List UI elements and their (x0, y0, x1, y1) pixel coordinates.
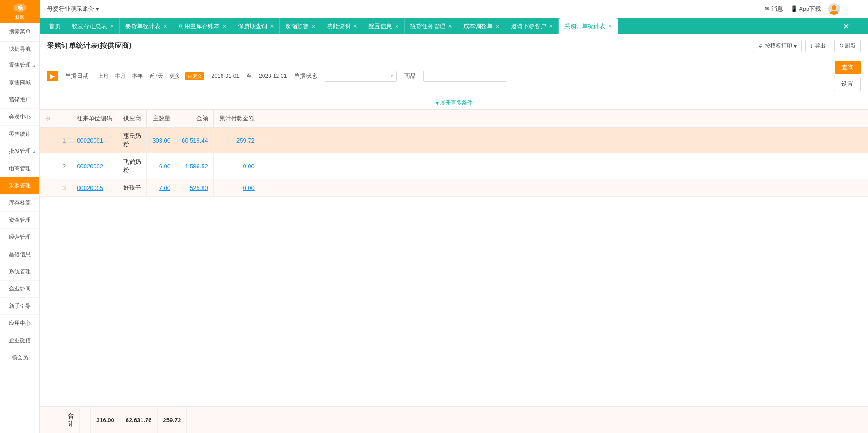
search-menu-button[interactable]: 搜索菜单 (9, 26, 31, 38)
close-icon[interactable]: ✕ (270, 24, 274, 29)
app-download-btn[interactable]: 📱 App下载 (790, 5, 821, 13)
export-button[interactable]: ↓ 导出 (805, 40, 830, 52)
filter-toggle-button[interactable]: ▶ (47, 71, 58, 81)
column-settings-icon[interactable]: ⚙ (45, 115, 51, 122)
unit-code-link[interactable]: 00020002 (77, 163, 103, 170)
tab-cost-adjust[interactable]: 成本调整单 ✕ (458, 18, 505, 34)
status-select[interactable] (325, 71, 397, 82)
tab-order-stats[interactable]: 要货单统计表 ✕ (120, 18, 173, 34)
col-extra (260, 110, 868, 128)
total-qty: 316.00 (96, 417, 114, 423)
dropdown-arrow: ▾ (96, 5, 99, 12)
amount-link[interactable]: 60,519.44 (182, 137, 208, 144)
message-btn[interactable]: ✉ 消息 (765, 5, 783, 13)
query-button[interactable]: 查询 (835, 61, 861, 74)
window-close-button[interactable]: ✕ (841, 22, 851, 31)
close-icon[interactable]: ✕ (110, 24, 114, 29)
col-supplier: 供应商 (118, 110, 147, 128)
sidebar-item-wholesale[interactable]: 批发管理 ▲ (0, 143, 39, 160)
unit-code-link[interactable]: 00020005 (77, 185, 103, 191)
sidebar-item-guide[interactable]: 新手引导 (0, 298, 39, 315)
tab-inventory-book[interactable]: 可用量库存账本 ✕ (173, 18, 232, 34)
tab-label: 采购订单统计表 (564, 22, 605, 30)
sidebar-item-finance[interactable]: 资金管理 (0, 212, 39, 229)
amount-link[interactable]: 1,586.52 (185, 163, 208, 170)
row-supplier-cell: 好孩子 (118, 179, 147, 197)
tab-collect-summary[interactable]: 收发存汇总表 ✕ (66, 18, 120, 34)
sidebar-nav: 零售管理 ▲ 零售商城 营销推广 会员中心 零售统计 批发管理 ▲ 电商管理 采… (0, 57, 39, 433)
sidebar-item-ecommerce[interactable]: 电商管理 (0, 160, 39, 177)
user-profile[interactable]: demo2 (828, 3, 861, 15)
main-area: 母婴行业演示账套 ▾ ✉ 消息 📱 App下载 demo2 (40, 0, 868, 433)
sidebar-item-appstore[interactable]: 应用中心 (0, 315, 39, 332)
tab-function-desc[interactable]: 功能说明 ✕ (321, 18, 363, 34)
settings-button[interactable]: 设置 (834, 77, 861, 91)
shortcut-last-month[interactable]: 上月 (96, 71, 110, 81)
print-button[interactable]: 🖨 按模板打印 ▾ (753, 40, 802, 52)
sidebar-item-marketing[interactable]: 营销推广 (0, 91, 39, 109)
tab-invite[interactable]: 邀请下游客户 ✕ (505, 18, 559, 34)
sidebar-item-retail-mall[interactable]: 零售商城 (0, 74, 39, 91)
sidebar-item-member[interactable]: 会员中心 (0, 109, 39, 126)
sidebar-item-retail-mgmt[interactable]: 零售管理 ▲ (0, 57, 39, 74)
qty-link[interactable]: 6.00 (159, 163, 170, 170)
tab-expiry[interactable]: 保质期查询 ✕ (232, 18, 280, 34)
sidebar-item-system[interactable]: 系统管理 (0, 263, 39, 281)
close-icon[interactable]: ✕ (311, 24, 316, 29)
paid-link[interactable]: 259.72 (236, 137, 255, 144)
qty-link[interactable]: 7.00 (159, 185, 170, 191)
sidebar-item-wechat[interactable]: 企业微信 (0, 332, 39, 349)
tab-overstock[interactable]: 超储预警 ✕ (280, 18, 321, 34)
tab-picking[interactable]: 拣货任务管理 ✕ (405, 18, 458, 34)
shortcut-more[interactable]: 更多 (168, 71, 182, 81)
unit-code-link[interactable]: 00020001 (77, 137, 103, 144)
qty-link[interactable]: 303.00 (152, 137, 170, 144)
sidebar-item-inventory[interactable]: 库存核算 (0, 195, 39, 212)
refresh-button[interactable]: ↻ 刷新 (834, 40, 861, 52)
tab-home[interactable]: 首页 (43, 18, 66, 34)
close-icon[interactable]: ✕ (608, 24, 612, 29)
close-icon[interactable]: ✕ (448, 24, 452, 29)
sidebar-item-retail-stats[interactable]: 零售统计 (0, 126, 39, 143)
shortcut-this-year[interactable]: 本年 (130, 71, 145, 81)
page-header: 采购订单统计表(按供应商) 🖨 按模板打印 ▾ ↓ 导出 ↻ 刷新 (40, 34, 868, 56)
sidebar-item-label: 系统管理 (9, 268, 31, 276)
sidebar-item-label: 基础信息 (9, 251, 31, 258)
amount-link[interactable]: 525.80 (190, 185, 208, 191)
expand-more-button[interactable]: ▾ 展开更多条件 (436, 99, 472, 107)
row-amount-cell: 525.80 (176, 179, 214, 197)
close-icon[interactable]: ✕ (163, 24, 167, 29)
quick-nav-button[interactable]: 快捷导航 (0, 42, 39, 57)
shortcut-this-month[interactable]: 本月 (113, 71, 127, 81)
paid-link[interactable]: 0.00 (243, 163, 255, 170)
sidebar-item-collab[interactable]: 企业协同 (0, 281, 39, 298)
total-label: 合计 (68, 412, 74, 427)
tab-purchase-stats[interactable]: 采购订单统计表 ✕ (559, 18, 618, 34)
close-icon[interactable]: ✕ (495, 24, 500, 29)
paid-link[interactable]: 0.00 (243, 185, 255, 191)
row-extra-cell (260, 179, 868, 197)
svg-point-2 (832, 5, 836, 10)
close-icon[interactable]: ✕ (549, 24, 553, 29)
tab-config[interactable]: 配置信息 ✕ (363, 18, 405, 34)
goods-input[interactable] (423, 71, 507, 82)
svg-point-3 (830, 11, 838, 15)
total-index-cell (51, 407, 62, 433)
close-icon[interactable]: ✕ (395, 24, 399, 29)
total-label-cell: 合计 (62, 407, 80, 433)
close-icon[interactable]: ✕ (353, 24, 357, 29)
sidebar-item-label: 零售统计 (9, 130, 31, 138)
shortcut-7days[interactable]: 近7天 (147, 71, 165, 81)
sidebar-item-purchase[interactable]: 采购管理 (0, 177, 39, 195)
sidebar-item-basic[interactable]: 基础信息 (0, 246, 39, 263)
sidebar-item-label: 零售管理 (9, 62, 31, 69)
more-options-icon[interactable]: ··· (514, 72, 523, 80)
refresh-label: 刷新 (845, 43, 856, 49)
sidebar-item-vip[interactable]: 畅会员 (0, 349, 39, 366)
account-selector[interactable]: 母婴行业演示账套 ▾ (47, 5, 99, 13)
sidebar-item-ops[interactable]: 经营管理 (0, 229, 39, 246)
arrow-right-icon: ▶ (50, 72, 55, 80)
window-maximize-button[interactable]: ⛶ (854, 22, 864, 30)
filter-row-1: ▶ 单据日期 上月 本月 本年 近7天 更多 自定义 2016-01-01 至 … (47, 61, 861, 91)
close-icon[interactable]: ✕ (222, 24, 226, 29)
